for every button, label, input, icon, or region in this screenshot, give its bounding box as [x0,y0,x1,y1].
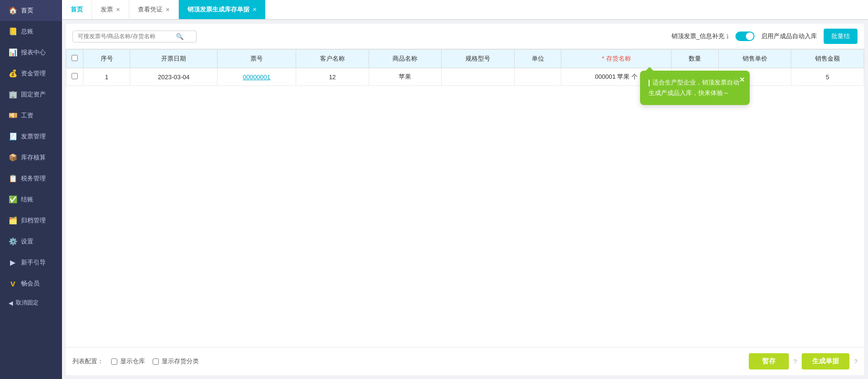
pin-icon: ◀ [9,300,13,306]
cell-spec [442,68,515,86]
tab-bar: 首页 发票 ✕ 查看凭证 ✕ 销顶发票生成库存单据 ✕ [62,0,868,20]
show-category-label[interactable]: 显示存货分类 [153,357,199,366]
cell-unit [514,68,561,86]
sidebar-item-payroll[interactable]: 💴 工资 [0,105,62,126]
sidebar: 🏠 首页 📒 总账 📊 报表中心 💰 资金管理 🏢 固定资产 💴 工资 🧾 发票… [0,0,62,379]
search-input[interactable] [78,33,173,40]
show-warehouse-checkbox[interactable] [111,358,117,365]
tooltip-close-icon[interactable]: ✕ [739,74,745,86]
home-icon: 🏠 [9,6,17,15]
header-date: 开票日期 [130,50,217,68]
header-unit-price: 销售单价 [718,50,791,68]
funds-icon: 💰 [9,69,17,78]
save-button[interactable]: 暂存 [749,353,789,369]
sidebar-item-archive[interactable]: 🗂️ 归档管理 [0,210,62,231]
row-checkbox[interactable] [72,73,78,79]
content-area: 🔍 销顶发票_信息补充 ℹ 启用产成品自动入库 批量结 [66,24,864,375]
header-inventory: * 存货名称 [561,50,672,68]
closing-icon: ✅ [9,195,17,204]
settings-icon: ⚙️ [9,237,17,246]
search-box[interactable]: 🔍 [72,31,196,42]
tooltip-cursor [649,80,650,86]
header-ticket: 票号 [217,50,296,68]
show-warehouse-label[interactable]: 显示仓库 [111,357,145,366]
sidebar-item-invoice[interactable]: 🧾 发票管理 [0,126,62,147]
auto-warehouse-toggle[interactable] [735,32,754,41]
cell-amount: 5 [791,68,864,86]
payroll-icon: 💴 [9,111,17,120]
show-category-checkbox[interactable] [153,358,159,365]
tooltip-popup: ✕ 适合生产型企业，销顶发票自动生成产成品入库，快来体验～ [640,71,750,105]
footer: 列表配置： 显示仓库 显示存货分类 暂存 ? 生成单据 ? [66,347,864,375]
info-label: 销顶发票_信息补充 ℹ [672,32,729,41]
config-label: 列表配置： [72,357,103,366]
tab-home[interactable]: 首页 [62,0,92,19]
cell-seq: 1 [83,68,130,86]
header-spec: 规格型号 [442,50,515,68]
sidebar-item-tax[interactable]: 📋 税务管理 [0,168,62,189]
pin-toggle[interactable]: ◀ 取消固定 [0,294,62,312]
tab-voucher[interactable]: 查看凭证 ✕ [129,0,179,19]
sidebar-item-assets[interactable]: 🏢 固定资产 [0,84,62,105]
header-customer: 客户名称 [296,50,369,68]
close-invoice-tab-icon[interactable]: ✕ [116,7,120,13]
toggle-knob [746,32,754,40]
tab-generate-doc[interactable]: 销顶发票生成库存单据 ✕ [179,0,266,19]
batch-button[interactable]: 批量结 [824,29,858,44]
close-generate-tab-icon[interactable]: ✕ [252,7,257,13]
archive-icon: 🗂️ [9,216,17,225]
assets-icon: 🏢 [9,90,17,99]
header-product: 商品名称 [369,50,442,68]
row-checkbox-cell [66,68,83,86]
header-seq: 序号 [83,50,130,68]
close-voucher-tab-icon[interactable]: ✕ [165,7,170,13]
tab-invoice[interactable]: 发票 ✕ [92,0,129,19]
cell-ticket[interactable]: 00000001 [217,68,296,86]
header-qty: 数量 [672,50,718,68]
show-warehouse-text: 显示仓库 [120,357,145,366]
footer-right: 暂存 ? 生成单据 ? [749,353,858,369]
toolbar: 🔍 销顶发票_信息补充 ℹ 启用产成品自动入库 批量结 [66,24,864,49]
guide-icon: ▶ [9,258,17,267]
inventory-icon: 📦 [9,153,17,162]
sidebar-item-ledger[interactable]: 📒 总账 [0,21,62,42]
footer-left: 列表配置： 显示仓库 显示存货分类 [72,357,199,366]
cell-date: 2023-03-04 [130,68,217,86]
sidebar-item-funds[interactable]: 💰 资金管理 [0,63,62,84]
cell-customer: 12 [296,68,369,86]
sidebar-item-vip[interactable]: V 畅会员 [0,273,62,294]
select-all-checkbox[interactable] [72,55,78,61]
reports-icon: 📊 [9,48,17,57]
show-category-text: 显示存货分类 [162,357,199,366]
header-unit: 单位 [514,50,561,68]
tooltip-text: 适合生产型企业，销顶发票自动生成产成品入库，快来体验～ [649,79,739,96]
sidebar-item-home[interactable]: 🏠 首页 [0,0,62,21]
cell-product: 苹果 [369,68,442,86]
sidebar-item-reports[interactable]: 📊 报表中心 [0,42,62,63]
toolbar-right: 销顶发票_信息补充 ℹ 启用产成品自动入库 批量结 [672,29,858,44]
vip-icon: V [9,280,17,288]
generate-help-icon[interactable]: ? [854,358,858,365]
search-icon[interactable]: 🔍 [176,33,184,40]
header-checkbox-cell [66,50,83,68]
ledger-icon: 📒 [9,27,17,36]
sidebar-item-guide[interactable]: ▶ 新手引导 [0,252,62,273]
generate-button[interactable]: 生成单据 [802,353,849,369]
invoice-icon: 🧾 [9,132,17,141]
tax-icon: 📋 [9,174,17,183]
sidebar-item-settings[interactable]: ⚙️ 设置 [0,231,62,252]
main-area: 首页 发票 ✕ 查看凭证 ✕ 销顶发票生成库存单据 ✕ 🔍 销顶发票_信息补充 [62,0,868,379]
info-icon[interactable]: ℹ [726,33,729,40]
toggle-label: 启用产成品自动入库 [761,32,817,41]
save-help-icon[interactable]: ? [794,358,797,365]
sidebar-item-inventory[interactable]: 📦 库存核算 [0,147,62,168]
header-amount: 销售金额 [791,50,864,68]
sidebar-item-closing[interactable]: ✅ 结账 [0,189,62,210]
